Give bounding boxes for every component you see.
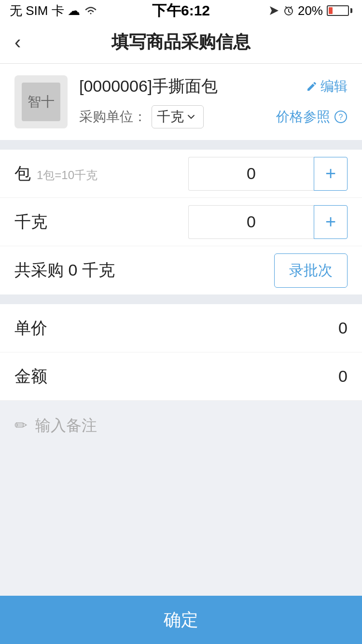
- summary-row: 共采购 0 千克 录批次: [0, 246, 362, 294]
- unit-price-row: 单价 0: [0, 304, 362, 352]
- section-divider-2: [0, 294, 362, 304]
- price-section: 单价 0 金额 0: [0, 304, 362, 401]
- record-batch-button[interactable]: 录批次: [274, 253, 348, 288]
- unit-price-label: 单价: [14, 317, 47, 339]
- product-info: [0000006]手撕面包 编辑 采购单位： 千克 价格参照: [79, 75, 348, 128]
- edit-button[interactable]: 编辑: [306, 77, 348, 96]
- product-card: 智十 [0000006]手撕面包 编辑 采购单位： 千克: [0, 64, 362, 140]
- page-title: 填写商品采购信息: [111, 30, 251, 54]
- amount-row: 金额 0: [0, 352, 362, 401]
- bag-label: 包 1包=10千克: [14, 163, 188, 185]
- back-button[interactable]: ‹: [14, 31, 21, 53]
- svg-text:?: ?: [339, 113, 343, 121]
- battery-indicator: [327, 5, 352, 16]
- quantity-section: 包 1包=10千克 + 千克 +: [0, 150, 362, 246]
- unit-price-value: 0: [338, 319, 348, 337]
- battery-percent: 20%: [298, 3, 323, 18]
- kg-input-group: +: [188, 205, 348, 239]
- svg-line-3: [289, 12, 290, 13]
- bag-input-group: +: [188, 157, 348, 191]
- nav-bar: ‹ 填写商品采购信息: [0, 21, 362, 64]
- chevron-down-icon: [187, 112, 195, 121]
- bag-plus-button[interactable]: +: [314, 157, 348, 191]
- product-header: [0000006]手撕面包 编辑: [79, 75, 348, 98]
- amount-value: 0: [338, 367, 348, 386]
- location-icon: [269, 5, 279, 16]
- product-unit-row: 采购单位： 千克 价格参照 ?: [79, 105, 348, 128]
- bag-input-row: 包 1包=10千克 +: [0, 150, 362, 198]
- amount-label: 金额: [14, 365, 47, 388]
- wifi-icon: [84, 6, 97, 15]
- kg-plus-button[interactable]: +: [314, 205, 348, 239]
- status-bar: 无 SIM 卡 ☁ 下午6:12 20%: [0, 0, 362, 21]
- unit-select[interactable]: 千克: [152, 105, 204, 128]
- confirm-button[interactable]: 确定: [0, 596, 362, 644]
- price-reference-button[interactable]: 价格参照 ?: [276, 108, 348, 126]
- alarm-icon: [283, 5, 294, 16]
- note-section[interactable]: ✏ 输入备注: [0, 401, 362, 488]
- no-sim-text: 无 SIM 卡 ☁: [10, 2, 80, 19]
- help-icon: ?: [334, 110, 348, 124]
- status-time: 下午6:12: [152, 1, 210, 21]
- bag-quantity-input[interactable]: [188, 157, 314, 191]
- status-right: 20%: [269, 3, 352, 18]
- section-divider-1: [0, 140, 362, 150]
- kg-quantity-input[interactable]: [188, 205, 314, 239]
- note-icon: ✏: [14, 416, 28, 434]
- product-image: 智十: [14, 75, 68, 128]
- bag-sub-label: 1包=10千克: [37, 168, 97, 183]
- kg-label: 千克: [14, 211, 188, 233]
- edit-icon: [306, 81, 318, 92]
- kg-input-row: 千克 +: [0, 198, 362, 246]
- note-placeholder: 输入备注: [35, 415, 97, 436]
- status-left: 无 SIM 卡 ☁: [10, 2, 97, 19]
- unit-label: 采购单位： 千克: [79, 105, 204, 128]
- product-logo: 智十: [22, 83, 60, 121]
- summary-text: 共采购 0 千克: [14, 259, 115, 281]
- svg-marker-0: [270, 6, 278, 15]
- product-name: [0000006]手撕面包: [79, 75, 218, 98]
